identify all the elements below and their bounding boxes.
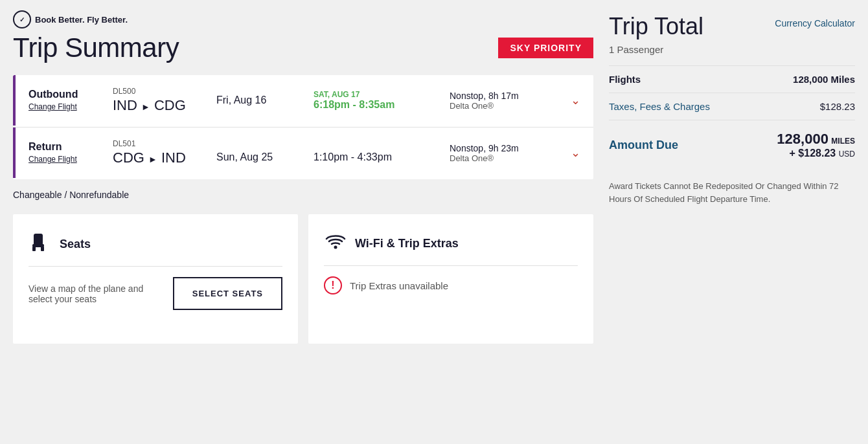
return-type: Return	[29, 141, 93, 153]
seat-icon	[29, 230, 52, 258]
outbound-label: Outbound Change Flight	[29, 89, 93, 112]
trip-total-header: Trip Total Currency Calculator	[609, 13, 855, 40]
wifi-icon	[324, 230, 347, 258]
return-cabin: Delta One®	[450, 153, 564, 163]
seats-card-title: Seats	[60, 238, 91, 251]
page-title: Trip Summary	[13, 32, 179, 63]
outbound-type: Outbound	[29, 89, 93, 100]
passenger-count: 1 Passenger	[609, 44, 855, 55]
flights-value: 128,000 Miles	[793, 74, 855, 85]
amount-due-label: Amount Due	[609, 139, 678, 152]
miles-amount: 128,000	[777, 131, 828, 147]
return-flight-number: DL501	[113, 139, 197, 148]
outbound-date: Fri, Aug 16	[216, 94, 294, 106]
wifi-card-header: Wi-Fi & Trip Extras	[324, 230, 578, 266]
svg-point-4	[334, 246, 337, 249]
logo-text: Book Better. Fly Better.	[35, 15, 128, 25]
taxes-label: Taxes, Fees & Charges	[609, 101, 710, 112]
wifi-card: Wi-Fi & Trip Extras ! Trip Extras unavai…	[308, 214, 593, 344]
usd-amount: $128.23	[798, 148, 836, 159]
cards-row: Seats View a map of the plane and select…	[13, 214, 593, 344]
outbound-flight-number: DL500	[113, 87, 197, 96]
svg-rect-2	[32, 247, 36, 251]
outbound-arrive-date: SAT, AUG 17	[314, 90, 430, 99]
return-flight-card: Return Change Flight DL501 CDG ► IND SAT…	[13, 128, 593, 178]
wifi-card-title: Wi-Fi & Trip Extras	[355, 237, 459, 250]
sky-priority-badge[interactable]: SKY PRIORITY	[498, 38, 593, 58]
return-date: Sun, Aug 25	[216, 151, 294, 163]
usd-amount-row: + $128.23 USD	[777, 148, 855, 159]
trip-total-panel: Trip Total Currency Calculator 1 Passeng…	[609, 10, 855, 344]
trip-extras-unavailable: ! Trip Extras unavailable	[324, 276, 578, 294]
outbound-duration: Nonstop, 8h 17m	[450, 91, 564, 101]
logo-area: ✓ Book Better. Fly Better.	[13, 10, 593, 28]
seats-description: View a map of the plane and select your …	[29, 283, 160, 304]
taxes-cost-row: Taxes, Fees & Charges $128.23	[609, 93, 855, 120]
miles-amount-row: 128,000 MILES	[777, 131, 855, 148]
outbound-route: IND ► CDG	[113, 97, 197, 114]
outbound-flight-card: Outbound Change Flight DL500 IND ► CDG F…	[13, 75, 593, 126]
return-route: CDG ► IND	[113, 150, 197, 166]
return-label: Return Change Flight	[29, 141, 93, 164]
amount-due-value: 128,000 MILES + $128.23 USD	[777, 131, 855, 159]
flights-label: Flights	[609, 74, 641, 85]
return-time-col: spacer 1:10pm - 4:33pm	[314, 142, 430, 163]
taxes-value: $128.23	[820, 101, 855, 112]
outbound-date-col: Fri, Aug 16	[216, 94, 294, 106]
svg-rect-0	[34, 234, 43, 245]
trip-extras-text: Trip Extras unavailable	[350, 280, 448, 291]
seats-card-header: Seats	[29, 230, 282, 267]
return-duration: Nonstop, 9h 23m	[450, 143, 564, 153]
plus-sign: +	[790, 148, 795, 159]
return-expand-icon[interactable]: ⌄	[571, 146, 580, 160]
outbound-time: 6:18pm - 8:35am	[314, 99, 430, 111]
amount-due-row: Amount Due 128,000 MILES + $128.23 USD	[609, 120, 855, 170]
currency-calculator-link[interactable]: Currency Calculator	[775, 18, 855, 28]
return-time: 1:10pm - 4:33pm	[314, 151, 430, 163]
return-change-flight[interactable]: Change Flight	[29, 155, 77, 164]
logo-icon: ✓	[13, 10, 31, 28]
page-title-row: Trip Summary SKY PRIORITY	[13, 32, 593, 63]
seats-card-body: View a map of the plane and select your …	[29, 277, 282, 310]
warning-icon: !	[324, 276, 342, 294]
return-flight-number-col: DL501 CDG ► IND	[113, 139, 197, 166]
miles-unit: MILES	[831, 137, 855, 146]
usd-unit: USD	[839, 150, 855, 159]
outbound-expand-icon[interactable]: ⌄	[571, 93, 580, 107]
return-duration-col: Nonstop, 9h 23m Delta One®	[450, 143, 564, 163]
svg-rect-3	[41, 247, 44, 251]
policy-note: Changeable / Nonrefundable	[13, 187, 593, 203]
outbound-flight-number-col: DL500 IND ► CDG	[113, 87, 197, 114]
outbound-duration-col: Nonstop, 8h 17m Delta One®	[450, 91, 564, 111]
seats-card: Seats View a map of the plane and select…	[13, 214, 298, 344]
flights-container: Outbound Change Flight DL500 IND ► CDG F…	[13, 75, 593, 179]
award-notice: Award Tickets Cannot Be Redeposited Or C…	[609, 180, 855, 205]
outbound-time-col: SAT, AUG 17 6:18pm - 8:35am	[314, 90, 430, 111]
return-date-col: SAT, AUG 17 Sun, Aug 25	[216, 142, 294, 163]
flights-cost-row: Flights 128,000 Miles	[609, 65, 855, 93]
outbound-cabin: Delta One®	[450, 101, 564, 111]
select-seats-button[interactable]: SELECT SEATS	[173, 277, 282, 310]
trip-total-title: Trip Total	[609, 13, 703, 40]
outbound-change-flight[interactable]: Change Flight	[29, 102, 77, 111]
